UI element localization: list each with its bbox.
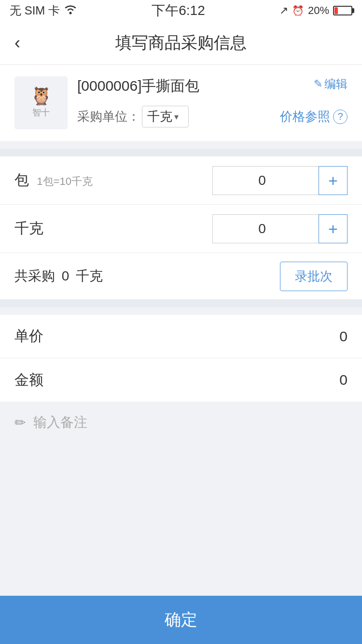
unit-price-value: 0 (339, 328, 348, 345)
price-reference-button[interactable]: 价格参照 ? (280, 108, 348, 125)
battery-percent: 20% (308, 4, 329, 17)
amount-label: 金额 (14, 370, 43, 390)
alarm-icon: ⏰ (292, 5, 304, 16)
kg-input-wrapper: + (212, 214, 348, 243)
total-text: 共采购 0 千克 (14, 267, 103, 285)
bag-label: 包 1包=10千克 (14, 170, 212, 190)
product-name: [0000006]手撕面包 (77, 76, 199, 96)
bag-input[interactable] (212, 166, 319, 195)
back-button[interactable]: ‹ (14, 33, 20, 53)
carrier-text: 无 SIM 卡 (10, 3, 60, 18)
svg-point-0 (70, 12, 72, 14)
help-icon: ? (333, 110, 348, 124)
amount-row: 金额 0 (0, 358, 362, 402)
bag-plus-button[interactable]: + (319, 166, 348, 195)
product-info: [0000006]手撕面包 ✎ 编辑 采购单位： 千克 ▾ 价格参照 ? (77, 76, 348, 127)
kg-label: 千克 (14, 219, 212, 238)
kg-input[interactable] (212, 214, 319, 243)
time-display: 下午6:12 (152, 1, 205, 20)
product-header: [0000006]手撕面包 ✎ 编辑 (77, 76, 348, 96)
remark-placeholder: 输入备注 (33, 413, 87, 432)
total-row: 共采购 0 千克 录批次 (0, 253, 362, 299)
nav-bar: ‹ 填写商品采购信息 (0, 21, 362, 65)
price-info-section: 单价 0 金额 0 (0, 315, 362, 402)
record-batch-button[interactable]: 录批次 (280, 262, 348, 291)
kg-plus-button[interactable]: + (319, 214, 348, 243)
unit-select[interactable]: 千克 ▾ (142, 106, 189, 127)
status-bar: 无 SIM 卡 下午6:12 ↗ ⏰ 20% (0, 0, 362, 21)
status-right: ↗ ⏰ 20% (279, 4, 352, 17)
product-owl-icon: 🦉 (30, 87, 52, 105)
product-card: 🦉 智十 [0000006]手撕面包 ✎ 编辑 采购单位： 千克 ▾ (0, 65, 362, 141)
unit-price-row: 单价 0 (0, 315, 362, 358)
status-left: 无 SIM 卡 (10, 3, 77, 18)
confirm-button[interactable]: 确定 (0, 596, 362, 644)
remark-section[interactable]: ✏ 输入备注 (0, 402, 362, 443)
bag-input-wrapper: + (212, 166, 348, 195)
wifi-icon (64, 4, 77, 17)
edit-icon: ✎ (314, 78, 322, 90)
page-title: 填写商品采购信息 (115, 32, 247, 54)
edit-button[interactable]: ✎ 编辑 (314, 76, 348, 92)
pencil-icon: ✏ (14, 415, 26, 431)
product-unit-row: 采购单位： 千克 ▾ 价格参照 ? (77, 106, 348, 127)
section-divider-2 (0, 299, 362, 307)
input-section: 包 1包=10千克 + 千克 + (0, 156, 362, 253)
kg-input-row: 千克 + (0, 205, 362, 253)
product-image: 🦉 智十 (14, 76, 68, 129)
battery-icon (333, 6, 352, 15)
unit-label: 采购单位： (77, 108, 140, 125)
bag-input-row: 包 1包=10千克 + (0, 156, 362, 205)
unit-price-label: 单价 (14, 326, 43, 346)
dropdown-arrow-icon: ▾ (174, 112, 179, 122)
bag-sublabel: 1包=10千克 (37, 175, 93, 187)
section-divider-1 (0, 149, 362, 156)
location-icon: ↗ (279, 4, 288, 17)
product-image-brand: 智十 (32, 107, 50, 118)
amount-value: 0 (339, 372, 348, 388)
